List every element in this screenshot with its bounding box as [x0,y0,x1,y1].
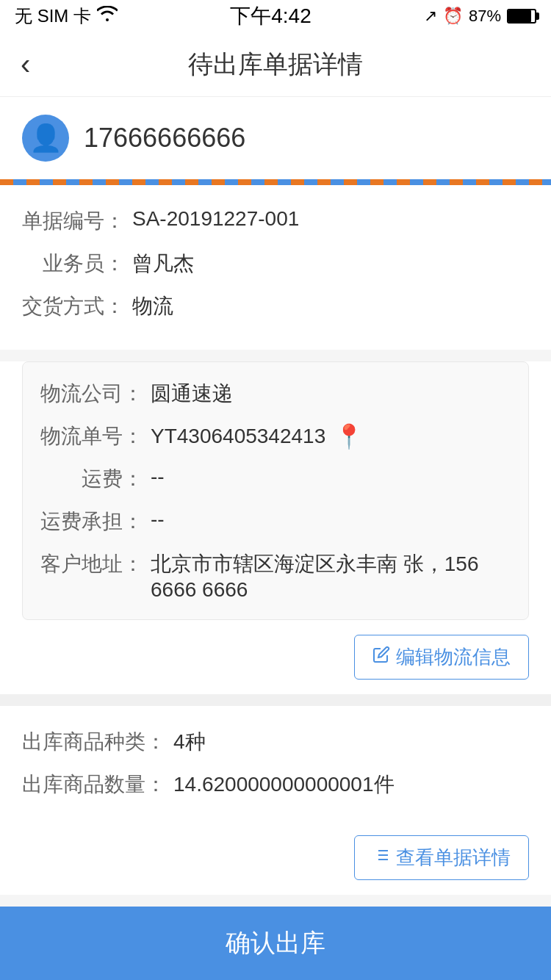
product-types-row: 出库商品种类： 4种 [22,728,529,756]
address-label: 客户地址： [40,550,143,578]
alarm-icon: ⏰ [443,7,463,26]
logistics-card: 物流公司： 圆通速递 物流单号： YT43064053424​13 📍 运费： … [22,361,529,620]
wifi-icon [97,6,118,26]
products-section: 出库商品种类： 4种 出库商品数量： 14.620000000000001件 [0,706,551,828]
status-right: ↗ ⏰ 87% [424,7,536,26]
carrier-text: 无 SIM 卡 [15,4,91,28]
agent-label: 业务员： [22,250,125,278]
customer-phone: 17666666666 [84,123,245,154]
address-value: 北京市市辖区海淀区永丰南 张，156 6666 6666 [151,550,511,602]
freight-row: 运费： -- [40,465,511,493]
tracking-row: 物流单号： YT43064053424​13 📍 [40,422,511,450]
tracking-label: 物流单号： [40,422,143,450]
freight-bearer-label: 运费承担： [40,508,143,536]
product-quantity-label: 出库商品数量： [22,771,166,799]
order-number-value: SA-20191227-001 [132,207,529,231]
freight-bearer-row: 运费承担： -- [40,508,511,536]
avatar: 👤 [22,115,69,162]
logistics-company-value: 圆通速递 [151,380,511,408]
product-quantity-row: 出库商品数量： 14.620000000000001件 [22,771,529,799]
delivery-label: 交货方式： [22,292,125,320]
edit-logistics-row: 编辑物流信息 [0,635,551,694]
product-types-value: 4种 [173,728,206,756]
confirm-button[interactable]: 确认出库 [0,907,551,980]
freight-label: 运费： [40,465,143,493]
agent-value: 曾凡杰 [132,250,529,278]
back-button[interactable]: ‹ [21,48,30,81]
order-number-label: 单据编号： [22,207,125,235]
detail-icon [372,846,390,869]
order-info-section: 单据编号： SA-20191227-001 业务员： 曾凡杰 交货方式： 物流 [0,185,551,350]
view-detail-button[interactable]: 查看单据详情 [354,835,529,880]
status-left: 无 SIM 卡 [15,4,118,28]
logistics-company-row: 物流公司： 圆通速递 [40,380,511,408]
confirm-label: 确认出库 [226,926,325,960]
status-bar: 无 SIM 卡 下午4:42 ↗ ⏰ 87% [0,0,551,32]
freight-bearer-value: -- [151,508,511,531]
edit-logistics-label: 编辑物流信息 [396,644,511,670]
dashed-divider [0,179,551,185]
map-pin-icon[interactable]: 📍 [334,422,364,450]
page-title: 待出库单据详情 [188,48,363,82]
battery-icon [507,9,536,24]
battery-text: 87% [469,7,501,26]
logistics-company-label: 物流公司： [40,380,143,408]
nav-bar: ‹ 待出库单据详情 [0,32,551,97]
freight-value: -- [151,465,511,489]
section-divider [0,694,551,706]
view-detail-row: 查看单据详情 [0,828,551,895]
location-status-icon: ↗ [424,7,437,26]
tracking-number: YT43064053424​13 [151,425,325,448]
product-quantity-value: 14.620000000000001件 [173,771,395,799]
order-number-row: 单据编号： SA-20191227-001 [22,207,529,235]
delivery-row: 交货方式： 物流 [22,292,529,320]
address-row: 客户地址： 北京市市辖区海淀区永丰南 张，156 6666 6666 [40,550,511,602]
agent-row: 业务员： 曾凡杰 [22,250,529,278]
view-detail-label: 查看单据详情 [396,845,511,871]
delivery-value: 物流 [132,292,529,320]
logistics-wrapper: 物流公司： 圆通速递 物流单号： YT43064053424​13 📍 运费： … [0,361,551,694]
product-types-label: 出库商品种类： [22,728,166,756]
customer-section: 👤 17666666666 [0,97,551,179]
tracking-value: YT43064053424​13 📍 [151,422,511,450]
edit-logistics-button[interactable]: 编辑物流信息 [354,635,529,680]
avatar-icon: 👤 [29,123,62,154]
edit-icon [372,646,390,669]
time-display: 下午4:42 [230,2,311,30]
